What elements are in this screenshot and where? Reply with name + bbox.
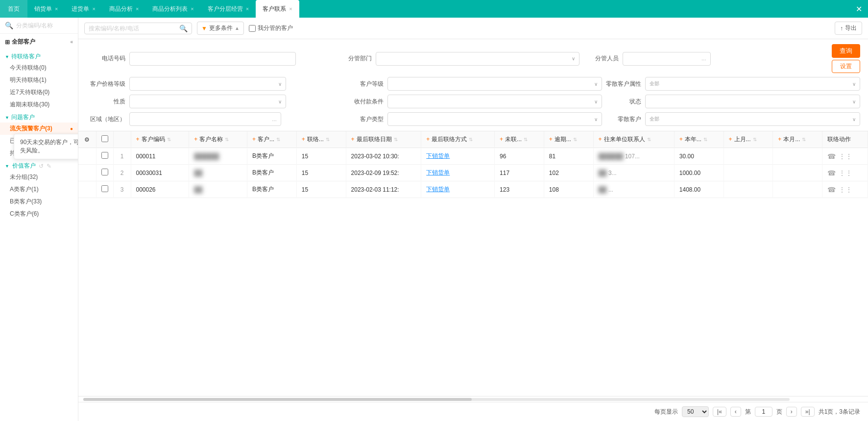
collapse-icon: « <box>70 39 73 45</box>
tab-customer-contact[interactable]: 客户联系 × <box>256 0 299 18</box>
table-col-unitcontact[interactable]: +往来单位联系人⇅ <box>593 131 674 148</box>
sidebar-item-overdue[interactable]: 逾期未联络(30) <box>0 99 78 111</box>
row-action-1[interactable]: ☎ ⋮⋮ <box>822 165 868 181</box>
tab-analysis-list[interactable]: 商品分析列表 × <box>145 0 200 18</box>
table-col-thisyear[interactable]: +本年...⇅ <box>674 131 723 148</box>
table-col-overdue[interactable]: +逾期...⇅ <box>544 131 593 148</box>
section-value-expand-icon: ▼ <box>5 164 9 169</box>
filter-input-phone[interactable] <box>129 52 296 66</box>
tab-home[interactable]: 首页 <box>0 0 27 18</box>
my-customer-checkbox-wrap[interactable]: 我分管的客户 <box>249 24 293 32</box>
filter-select-customer-type[interactable]: ∨ <box>387 112 603 126</box>
select-all-checkbox[interactable] <box>101 135 108 142</box>
tab-sales-label: 销货单 <box>34 5 52 13</box>
sort-indicator-overdue: ⇅ <box>573 137 577 142</box>
refresh-icon[interactable]: ↺ <box>39 163 44 170</box>
sidebar-item-unclassified[interactable]: 未分组(32) <box>0 171 78 183</box>
tab-analysis-list-close[interactable]: × <box>191 6 193 12</box>
row-lastmethod-2[interactable]: 下销货单 <box>421 181 495 198</box>
query-button[interactable]: 查询 <box>832 44 860 58</box>
table-col-contact[interactable]: +联络...⇅ <box>296 131 346 148</box>
table-row: 1 000011 ██████ B类客户 15 2023-03-02 10:30… <box>78 148 868 165</box>
sort-indicator-thismonth: ⇅ <box>802 137 806 142</box>
horizontal-scrollbar-area[interactable] <box>78 396 868 402</box>
action-contact-icon-0[interactable]: ☎ <box>827 152 836 160</box>
main-search-button[interactable]: 🔍 <box>179 25 188 32</box>
filter-select-scatter-customer[interactable]: 全部∨ <box>645 112 860 126</box>
action-more-icon-2[interactable]: ⋮⋮ <box>839 186 852 194</box>
action-more-icon-0[interactable]: ⋮⋮ <box>839 152 852 160</box>
sidebar-item-class-c[interactable]: C类客户(6) <box>0 208 78 220</box>
row-checkbox-0[interactable] <box>101 152 108 159</box>
filter-select-region[interactable]: … <box>129 112 281 126</box>
last-page-button[interactable]: »| <box>801 407 815 417</box>
sidebar-item-class-b[interactable]: B类客户(33) <box>0 196 78 208</box>
tab-purchase-close[interactable]: × <box>92 6 95 12</box>
section-problem-customer[interactable]: ▼ 问题客户 <box>0 111 78 123</box>
row-lastmethod-0[interactable]: 下销货单 <box>421 148 495 165</box>
filter-select-dept[interactable]: ∨ <box>376 52 579 66</box>
table-col-nocontact[interactable]: +未联...⇅ <box>495 131 544 148</box>
first-page-button[interactable]: |« <box>713 407 726 417</box>
tab-purchase[interactable]: 进货单 × <box>65 0 102 18</box>
page-number-input[interactable] <box>755 407 772 417</box>
filter-field-status: 状态 ∨ <box>602 95 860 108</box>
action-more-icon-1[interactable]: ⋮⋮ <box>839 169 852 177</box>
table-col-lastmethod[interactable]: +最后联络方式⇅ <box>421 131 495 148</box>
tab-analysis-close[interactable]: × <box>136 6 139 12</box>
row-action-0[interactable]: ☎ ⋮⋮ <box>822 148 868 165</box>
tab-customer-layer[interactable]: 客户分层经营 × <box>201 0 256 18</box>
row-action-2[interactable]: ☎ ⋮⋮ <box>822 181 868 198</box>
sidebar-item-7days[interactable]: 近7天待联络(0) <box>0 86 78 99</box>
filter-select-person[interactable]: … <box>623 52 711 66</box>
sidebar-item-tomorrow[interactable]: 明天待联络(1) <box>0 74 78 86</box>
my-customer-checkbox[interactable] <box>249 25 256 32</box>
content-area: 🔍 ▼ 更多条件 ▲ 我分管的客户 ↑ 导出 电话号码 <box>78 18 868 421</box>
tab-sales[interactable]: 销货单 × <box>27 0 65 18</box>
more-filter-button[interactable]: ▼ 更多条件 ▲ <box>197 22 244 35</box>
per-page-select[interactable]: 50 100 200 <box>682 406 709 417</box>
sort-indicator-unitcontact: ⇅ <box>647 137 651 142</box>
table-col-num <box>113 131 131 148</box>
all-customers-header[interactable]: ⊞ 全部客户 « <box>0 34 78 50</box>
row-checkbox-1[interactable] <box>101 169 108 175</box>
filter-field-payment: 收付款条件 ∨ <box>344 95 603 108</box>
table-col-type[interactable]: +客户...⇅ <box>247 131 297 148</box>
tab-analysis[interactable]: 商品分析 × <box>102 0 145 18</box>
edit-icon[interactable]: ✎ <box>47 163 51 170</box>
filter-select-scatter-attr[interactable]: 全部∨ <box>645 77 860 91</box>
row-checkbox-2[interactable] <box>101 185 108 192</box>
action-contact-icon-2[interactable]: ☎ <box>827 186 836 194</box>
action-contact-icon-1[interactable]: ☎ <box>827 169 836 177</box>
table-col-lastmonth[interactable]: +上月...⇅ <box>723 131 773 148</box>
section-pending-contact[interactable]: ▼ 待联络客户 <box>0 50 78 62</box>
sidebar-item-today[interactable]: 今天待联络(0) <box>0 62 78 74</box>
filter-select-price-level[interactable]: ∨ <box>129 77 286 91</box>
settings-button[interactable]: 设置 <box>832 60 860 73</box>
sidebar-search-input[interactable] <box>16 22 73 29</box>
filter-select-customer-level[interactable]: ∨ <box>387 77 603 91</box>
close-all-tabs-button[interactable]: ✕ <box>856 4 868 14</box>
table-col-lastdate[interactable]: +最后联络日期⇅ <box>346 131 421 148</box>
filter-select-status[interactable]: ∨ <box>645 95 860 108</box>
tab-customer-contact-close[interactable]: × <box>289 6 292 12</box>
prev-page-button[interactable]: ‹ <box>730 407 741 417</box>
table-col-gear[interactable]: ⚙ <box>78 131 96 148</box>
table-col-code[interactable]: +客户编码⇅ <box>131 131 189 148</box>
tab-customer-layer-close[interactable]: × <box>246 6 249 12</box>
main-search-input[interactable] <box>89 25 176 32</box>
tab-sales-close[interactable]: × <box>55 6 58 12</box>
table-col-thismonth[interactable]: +本月...⇅ <box>773 131 822 148</box>
tab-customer-contact-label: 客户联系 <box>263 5 286 13</box>
next-page-button[interactable]: › <box>786 407 797 417</box>
sidebar-item-churn-warning[interactable]: 流失预警客户(3) ● <box>0 123 78 135</box>
scrollbar-thumb[interactable] <box>83 398 472 401</box>
row-lastmethod-1[interactable]: 下销货单 <box>421 165 495 181</box>
filter-select-nature[interactable]: ∨ <box>129 95 286 108</box>
sort-indicator-contact: ⇅ <box>326 137 330 142</box>
section-value-customer[interactable]: ▼ 价值客户 ↺ ✎ <box>0 159 78 171</box>
export-button[interactable]: ↑ 导出 <box>835 22 862 35</box>
table-col-name[interactable]: +客户名称⇅ <box>189 131 247 148</box>
sidebar-item-class-a[interactable]: A类客户(1) <box>0 183 78 196</box>
filter-select-payment[interactable]: ∨ <box>387 95 603 108</box>
